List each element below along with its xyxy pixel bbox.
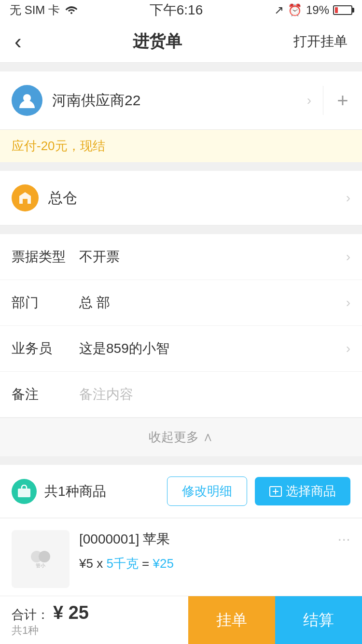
total-section: 合计： ¥ 25 共1种 [0,596,188,644]
total-label: 合计： [12,606,49,623]
add-supplier-button[interactable]: + [323,90,362,112]
carrier-text: 无 SIM 卡 [10,2,60,18]
staff-row[interactable]: 业务员 这是859的小智 › [0,326,362,372]
product-more-button[interactable]: ··· [337,530,350,548]
battery-icon [333,5,352,15]
gap-2 [0,162,362,171]
gap-3 [0,225,362,234]
status-bar-right: ↗ ⏰ 19% [274,3,352,17]
supplier-avatar [12,85,42,116]
invoice-label: 票据类型 [12,248,79,266]
supplier-section: 河南供应商22 › + [0,71,362,130]
select-product-button[interactable]: 选择商品 [255,477,350,505]
wifi-icon [65,3,78,17]
svg-rect-1 [23,199,28,204]
supplier-row[interactable]: 河南供应商22 › [0,71,323,129]
product-price: ¥5 x 5千克 = ¥25 [79,555,328,572]
product-thumbnail: 管小 [12,530,70,588]
dept-value: 总 部 [79,294,346,312]
svg-text:管小: 管小 [36,563,45,568]
staff-label: 业务员 [12,339,79,358]
status-time: 下午6:16 [150,1,203,19]
notice-bar: 应付-20元，现结 [0,130,362,162]
product-count-text: 共1种商品 [44,482,159,501]
warehouse-row[interactable]: 总仓 › [0,171,362,225]
dept-row[interactable]: 部门 总 部 › [0,280,362,326]
remark-row[interactable]: 备注 备注内容 [0,372,362,418]
staff-chevron-icon: › [346,341,350,356]
status-bar: 无 SIM 卡 下午6:16 ↗ ⏰ 19% [0,0,362,20]
edit-detail-button[interactable]: 修改明细 [167,476,247,506]
form-section: 票据类型 不开票 › 部门 总 部 › 业务员 这是859的小智 › 备注 备注… [0,234,362,418]
remark-label: 备注 [12,385,79,404]
invoice-type-row[interactable]: 票据类型 不开票 › [0,234,362,280]
back-button[interactable]: ‹ [14,29,22,54]
remark-value: 备注内容 [79,385,350,404]
alarm-icon: ⏰ [288,3,302,17]
gap-1 [0,63,362,71]
total-amount: ¥ 25 [53,602,89,623]
total-sub: 共1种 [12,623,177,638]
invoice-value: 不开票 [79,248,346,266]
status-bar-left: 无 SIM 卡 [10,2,78,18]
dept-chevron-icon: › [346,295,350,310]
invoice-chevron-icon: › [346,249,350,265]
product-info: [0000001] 苹果 ¥5 x 5千克 = ¥25 [79,530,328,572]
warehouse-name: 总仓 [48,188,336,208]
location-icon: ↗ [274,3,284,17]
dept-label: 部门 [12,294,79,312]
open-pending-button[interactable]: 打开挂单 [293,32,348,51]
staff-value: 这是859的小智 [79,339,346,358]
battery-percent: 19% [306,3,329,17]
page-title: 进货单 [133,30,182,53]
nav-bar: ‹ 进货单 打开挂单 [0,20,362,63]
select-product-label: 选择商品 [286,483,336,500]
product-thumb-placeholder: 管小 [26,547,55,571]
product-count-icon [12,479,37,504]
product-item: 管小 [0000001] 苹果 ¥5 x 5千克 = ¥25 ··· [0,518,362,600]
supplier-name: 河南供应商22 [52,91,297,111]
warehouse-chevron-icon: › [346,190,350,206]
warehouse-icon [12,184,39,211]
collapse-bar[interactable]: 收起更多 ∧ [0,418,362,456]
product-header: 共1种商品 修改明细 选择商品 [0,465,362,518]
supplier-chevron-icon: › [307,93,311,108]
svg-point-5 [39,551,50,562]
pending-button[interactable]: 挂单 [188,596,275,644]
svg-rect-2 [18,489,30,497]
product-name: [0000001] 苹果 [79,530,328,548]
checkout-button[interactable]: 结算 [275,596,362,644]
bottom-bar: 合计： ¥ 25 共1种 挂单 结算 [0,596,362,644]
